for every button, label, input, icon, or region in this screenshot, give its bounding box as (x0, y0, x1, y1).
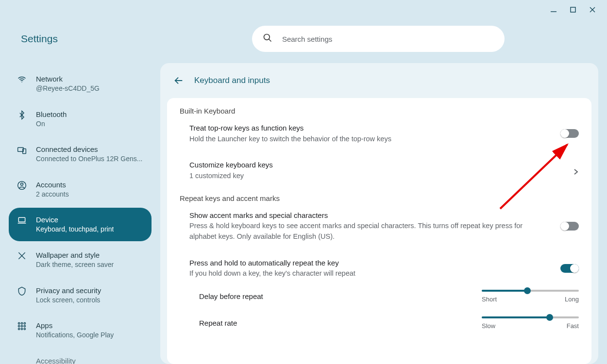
nav-title: Network (36, 74, 100, 84)
shield-icon (17, 286, 27, 297)
sidebar-item-network[interactable]: Network@Reyee-sC4DD_5G (9, 67, 152, 100)
slider-label: Repeat rate (199, 319, 467, 327)
svg-point-4 (264, 34, 270, 40)
svg-rect-1 (571, 7, 575, 12)
delay-slider[interactable] (482, 290, 579, 292)
row-function-keys: Treat top-row keys as function keys Hold… (180, 115, 579, 152)
svg-point-16 (18, 325, 20, 327)
svg-line-5 (269, 39, 271, 42)
chevron-right-icon (574, 168, 579, 173)
svg-rect-11 (18, 218, 25, 222)
slider-min-label: Slow (482, 322, 495, 330)
sidebar-item-accounts[interactable]: Accounts2 accounts (9, 173, 152, 206)
sidebar-item-accessibility[interactable]: Accessibility (9, 349, 152, 364)
nav-title: Wallpaper and style (36, 250, 114, 260)
wifi-icon (17, 74, 27, 85)
close-button[interactable] (583, 0, 602, 19)
search-input[interactable] (282, 35, 494, 43)
sidebar-item-device[interactable]: DeviceKeyboard, touchpad, print (9, 208, 152, 241)
svg-point-19 (18, 328, 20, 330)
accessibility-icon (17, 356, 27, 364)
nav-sub: On (36, 119, 67, 129)
nav-sub: Connected to OnePlus 12R Gens... (36, 154, 142, 164)
row-customize-keys[interactable]: Customize keyboard keys 1 customized key (180, 152, 579, 189)
row-title: Press and hold to automatically repeat t… (189, 258, 551, 269)
sidebar-item-connected-devices[interactable]: Connected devicesConnected to OnePlus 12… (9, 137, 152, 171)
svg-point-18 (24, 325, 25, 327)
nav-sub: 2 accounts (36, 190, 69, 199)
nav-title: Accounts (36, 180, 69, 190)
laptop-icon (17, 215, 27, 226)
row-delay-before-repeat: Delay before repeat ShortLong (180, 287, 579, 314)
row-press-hold-repeat: Press and hold to automatically repeat t… (180, 250, 579, 287)
nav-sub: Keyboard, touchpad, print (36, 225, 114, 234)
maximize-button[interactable] (563, 0, 583, 19)
svg-point-15 (24, 323, 25, 324)
row-accent-marks: Show accent marks and special characters… (180, 202, 579, 250)
section-builtin-keyboard: Built-in Keyboard (180, 107, 579, 115)
nav-sub: Dark theme, screen saver (36, 260, 114, 270)
panel-header: Keyboard and inputs (160, 63, 598, 98)
nav-title: Apps (36, 320, 114, 331)
window-titlebar (0, 0, 607, 19)
sidebar-item-apps[interactable]: AppsNotifications, Google Play (9, 314, 152, 347)
slider-min-label: Short (482, 296, 497, 303)
press-hold-repeat-toggle[interactable] (560, 264, 579, 273)
nav-sub: Notifications, Google Play (36, 331, 114, 340)
row-title: Customize keyboard keys (189, 160, 564, 171)
sidebar-item-privacy[interactable]: Privacy and securityLock screen, control… (9, 279, 152, 312)
row-title: Treat top-row keys as function keys (189, 123, 551, 134)
sidebar: Network@Reyee-sC4DD_5G BluetoothOn Conne… (0, 58, 160, 364)
svg-point-17 (21, 325, 22, 327)
account-icon (17, 180, 27, 191)
slider-max-label: Fast (567, 322, 579, 330)
section-repeat-keys: Repeat keys and accent marks (180, 194, 579, 202)
function-keys-toggle[interactable] (560, 129, 579, 138)
slider-label: Delay before repeat (199, 292, 467, 300)
row-desc: 1 customized key (189, 171, 564, 182)
svg-point-21 (24, 328, 25, 330)
accent-marks-toggle[interactable] (560, 222, 579, 231)
nav-sub: @Reyee-sC4DD_5G (36, 84, 100, 94)
apps-grid-icon (17, 321, 27, 331)
sidebar-item-bluetooth[interactable]: BluetoothOn (9, 102, 152, 136)
row-title: Show accent marks and special characters (189, 210, 551, 221)
svg-point-14 (21, 323, 22, 324)
nav-sub: Lock screen, controls (36, 296, 101, 305)
back-button[interactable] (172, 74, 185, 87)
svg-point-10 (21, 183, 23, 185)
svg-point-6 (21, 82, 22, 83)
panel-title: Keyboard and inputs (194, 76, 270, 85)
settings-panel: Keyboard and inputs Built-in Keyboard Tr… (160, 63, 598, 364)
app-title: Settings (21, 33, 58, 45)
minimize-button[interactable] (544, 0, 563, 19)
row-desc: Hold the Launcher key to switch the beha… (189, 134, 551, 145)
svg-point-13 (18, 323, 20, 324)
sidebar-item-wallpaper[interactable]: Wallpaper and styleDark theme, screen sa… (9, 243, 152, 277)
search-icon (263, 33, 272, 45)
panel-body: Built-in Keyboard Treat top-row keys as … (167, 98, 591, 364)
top-row: Settings (0, 19, 607, 58)
row-desc: Press & hold keyboard keys to see accent… (189, 221, 551, 242)
devices-icon (17, 145, 27, 155)
brush-icon (17, 250, 27, 261)
nav-title: Bluetooth (36, 109, 67, 119)
svg-point-20 (21, 328, 22, 330)
row-repeat-rate: Repeat rate SlowFast (180, 314, 579, 340)
nav-title: Connected devices (36, 144, 142, 154)
search-box[interactable] (252, 26, 505, 52)
nav-title: Accessibility (36, 356, 76, 364)
slider-max-label: Long (565, 296, 579, 303)
nav-title: Privacy and security (36, 285, 101, 296)
nav-title: Device (36, 215, 114, 225)
bluetooth-icon (17, 110, 27, 120)
rate-slider[interactable] (482, 316, 579, 318)
row-desc: If you hold down a key, the key's charac… (189, 268, 551, 279)
